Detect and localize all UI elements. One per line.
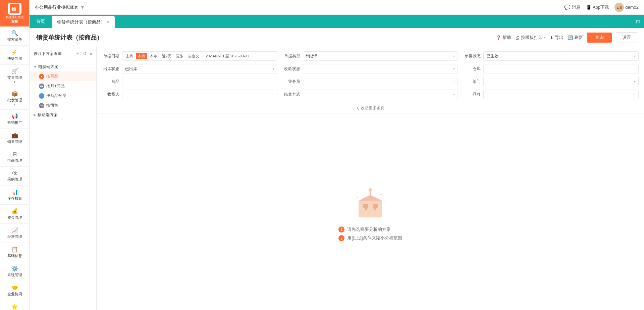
scheme-item-goods[interactable]: ● 按商品 xyxy=(30,71,96,81)
app-logo[interactable]: 畅 畅捷通好生意 标账 xyxy=(0,0,29,27)
date-tab-more[interactable]: 更多 xyxy=(174,53,185,59)
tab-home-label: 首页 xyxy=(36,18,45,24)
goods-control[interactable]: ··· xyxy=(122,77,277,86)
sidebar-item-operations[interactable]: 📈 经营管理 xyxy=(0,224,29,243)
sidebar-item-enterprise-label: 企业协同 xyxy=(7,292,22,297)
filter-field-goods: 商品 ··· xyxy=(102,77,277,86)
scheme-collapse-icon[interactable]: « xyxy=(90,51,92,56)
sidebar-item-sales[interactable]: 💼 销售管理 xyxy=(0,129,29,148)
date-tab-custom[interactable]: 自定义 xyxy=(186,53,201,59)
filter-field-doctype: 单据类型 销货单 ▾ xyxy=(283,51,458,61)
scheme-item-month-goods[interactable]: 📅 按月+商品 xyxy=(30,81,96,91)
date-tab-7days[interactable]: 近7天 xyxy=(160,53,173,59)
date-tab-lastmonth[interactable]: 上月 xyxy=(124,53,135,59)
sidebar-item-purchase[interactable]: 🛍 采购管理 xyxy=(0,167,29,186)
sidebar-item-newguide[interactable]: 🌟 新手引导 xyxy=(0,300,29,310)
logo-text: 标账 xyxy=(11,19,18,24)
salesperson-control[interactable]: ··· xyxy=(303,77,458,86)
scheme-add-icon[interactable]: ＋ xyxy=(75,51,80,57)
tab-active[interactable]: 销货单统计表（按商品） × xyxy=(52,16,115,28)
logo-subtitle: 畅捷通好生意 xyxy=(6,15,24,19)
topbar-user[interactable]: Ea demo2 xyxy=(614,3,639,12)
sidebar-item-retail[interactable]: 🛒 零售管理 ▼ xyxy=(0,65,29,87)
topbar-appdownload[interactable]: 📱 App下载 xyxy=(586,4,609,10)
sidebar-item-quicknav[interactable]: ⚡ 快捷导航 xyxy=(0,46,29,65)
warehouse-label: 仓库 xyxy=(463,66,481,72)
tab-home[interactable]: 首页 xyxy=(30,15,52,28)
workspace-dropdown[interactable]: ▾ xyxy=(81,4,84,10)
brand-control[interactable]: ··· xyxy=(483,90,639,99)
brand-dots-icon: ··· xyxy=(633,93,636,96)
doctype-control[interactable]: 销货单 ▾ xyxy=(303,51,458,61)
filter-field-stockstatus: 出库状态 已出库 ▾ xyxy=(102,64,277,73)
goods-dots-icon: ··· xyxy=(271,80,274,84)
message-label: 消息 xyxy=(572,4,581,10)
scheme-item-category-label: 按商品分类 xyxy=(46,93,66,99)
print-dropdown-icon[interactable]: ▾ xyxy=(544,36,546,40)
sidebar-item-system[interactable]: ⚙️ 系统管理 xyxy=(0,262,29,281)
docstatus-control[interactable]: 已生效 ▾ xyxy=(483,51,639,61)
sidebar-item-operations-label: 经营管理 xyxy=(7,234,22,239)
collapse-arrow-icon: ∧ xyxy=(356,106,359,111)
sidebar-item-enterprise[interactable]: 🤝 企业协同 xyxy=(0,281,29,300)
sidebar-item-sales-label: 销售管理 xyxy=(7,139,22,144)
settlement-control[interactable]: ▾ xyxy=(303,90,458,99)
ecommerce-icon: 🖥 xyxy=(12,151,17,157)
search-icon: 🔍 xyxy=(11,30,18,36)
tab-close-icon[interactable]: × xyxy=(107,20,109,24)
filter-field-brand: 品牌 ··· xyxy=(463,90,639,99)
date-tab-thisyear[interactable]: 本年 xyxy=(148,53,159,59)
filter-row-4: 收货人 ··· 结算方式 ▾ xyxy=(102,90,639,99)
user-name: demo2 xyxy=(625,5,639,10)
settings-button[interactable]: 设置 xyxy=(616,32,637,43)
receiver-control[interactable]: ··· xyxy=(122,90,277,99)
docstatus-value: 已生效 xyxy=(486,53,498,59)
stockstatus-label: 出库状态 xyxy=(102,66,119,72)
tree-group-desktop-label: 电脑端方案 xyxy=(38,64,58,70)
empty-tip-1: 1 请先选择要分析的方案 xyxy=(338,226,402,232)
marketing-icon: 📢 xyxy=(11,113,18,119)
query-button[interactable]: 查询 xyxy=(587,33,612,43)
sidebar-item-inventory[interactable]: 📊 库存核算 xyxy=(0,186,29,205)
expand-icon: ▼ xyxy=(13,80,16,84)
main-area: 办公用品行业模拟账套 ▾ 💬 消息 📱 App下载 Ea demo2 首页 xyxy=(30,0,644,310)
sidebar-item-marketing[interactable]: 📢 营销推广 xyxy=(0,110,29,129)
sidebar-item-search[interactable]: 🔍 搜索菜单 xyxy=(0,27,29,46)
scheme-item-driver[interactable]: 🚚 按司机 xyxy=(30,101,96,110)
refresh-button[interactable]: 🔄 刷新 xyxy=(568,35,583,41)
tree-group-desktop[interactable]: ▼ 电脑端方案 xyxy=(30,62,96,71)
svg-text:✦: ✦ xyxy=(356,196,359,199)
sidebar-item-finance[interactable]: 💰 资金管理 xyxy=(0,205,29,224)
help-button[interactable]: ❓ 帮助 xyxy=(496,35,511,41)
sidebar-item-wholesale[interactable]: 📦 批发管理 ▲ xyxy=(0,87,29,110)
scheme-panel: 按以下方案查询 ＋ ↺ « ▼ 电脑端方案 ● 按商品 📅 xyxy=(30,47,97,310)
refresh-label: 刷新 xyxy=(574,35,583,41)
scheme-category-icon: ≡ xyxy=(39,93,44,99)
tab-minimize-icon[interactable]: — xyxy=(629,19,633,24)
sidebar-item-ecommerce[interactable]: 🖥 电商管理 xyxy=(0,148,29,167)
docstatus-arrow-icon: ▾ xyxy=(634,54,636,58)
warehouse-control[interactable]: ··· xyxy=(483,64,639,73)
warehouse-dots-icon: ··· xyxy=(633,67,636,71)
collapse-bar[interactable]: ∧ 收起更多条件 xyxy=(97,103,644,113)
salesperson-label: 业务员 xyxy=(283,79,300,85)
tab-maximize-icon[interactable]: ⊡ xyxy=(636,19,640,24)
date-selector[interactable]: 上月 本月 本年 近7天 更多 自定义 2023-03-01 至 2023-03… xyxy=(122,51,277,61)
export-button[interactable]: ⬇ 导出 xyxy=(550,35,564,41)
scheme-refresh-icon[interactable]: ↺ xyxy=(83,51,87,56)
scheme-item-category[interactable]: ≡ 按商品分类 xyxy=(30,91,96,101)
payment-control[interactable]: ▾ xyxy=(303,64,458,73)
page-header-actions: ❓ 帮助 🖨 按模板打印 ▾ ⬇ 导出 🔄 刷新 查询 设置 xyxy=(496,32,637,47)
sidebar: 畅 畅捷通好生意 标账 🔍 搜索菜单 ⚡ 快捷导航 🛒 零售管理 ▼ 📦 批发管… xyxy=(0,0,30,310)
stockstatus-control[interactable]: 已出库 ▾ xyxy=(122,64,277,73)
date-tab-thismonth[interactable]: 本月 xyxy=(136,53,147,59)
topbar-message[interactable]: 💬 消息 xyxy=(564,4,581,10)
dept-control[interactable]: ▾ xyxy=(483,77,639,86)
sidebar-item-ecommerce-label: 电商管理 xyxy=(7,158,22,163)
appdownload-label: App下载 xyxy=(593,4,609,10)
sidebar-item-quicknav-label: 快捷导航 xyxy=(7,56,22,61)
print-button[interactable]: 🖨 按模板打印 ▾ xyxy=(515,35,546,41)
tree-group-mobile[interactable]: ▶ 移动端方案 xyxy=(30,110,96,119)
sidebar-item-basics[interactable]: 📋 基础信息 xyxy=(0,243,29,262)
help-icon: ❓ xyxy=(496,35,501,40)
